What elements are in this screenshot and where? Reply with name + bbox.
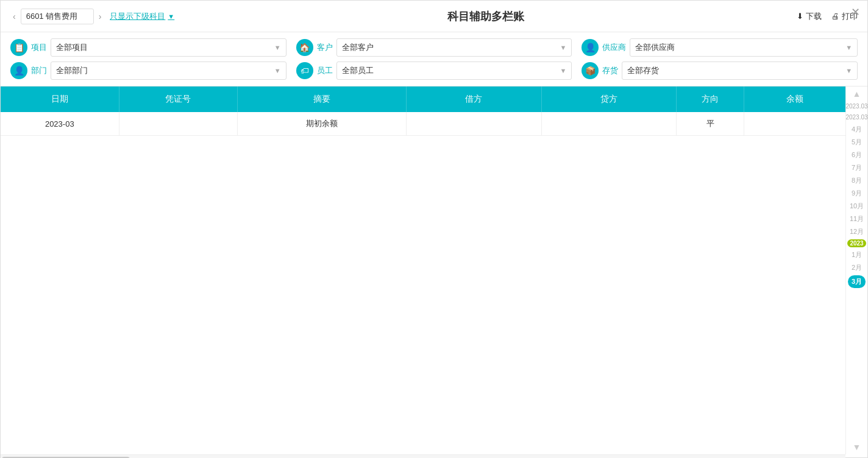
chevron-down-icon: ▼	[168, 13, 174, 20]
chevron-down-icon: ▼	[274, 44, 281, 51]
download-label: 下载	[806, 11, 822, 22]
supplier-value: 全部供应商	[635, 42, 675, 53]
project-icon: 📋	[10, 39, 27, 56]
supplier-label: 供应商	[602, 42, 626, 53]
timeline-item-feb[interactable]: 2月	[846, 261, 867, 274]
cell-desc: 期初余额	[237, 112, 406, 136]
cell-voucher	[119, 112, 237, 136]
col-header-debit: 借方	[406, 86, 541, 112]
timeline-item-nov[interactable]: 11月	[846, 213, 867, 225]
filter-item-inventory: 📦 存货 全部存货 ▼	[582, 62, 858, 80]
inventory-label: 存货	[602, 65, 618, 76]
timeline-item-oct[interactable]: 10月	[846, 200, 867, 213]
timeline-item-header2[interactable]: 2023.03	[845, 112, 867, 123]
project-label: 项目	[31, 42, 47, 53]
inventory-icon: 📦	[582, 62, 599, 79]
toolbar-actions: ⬇ 下载 🖨 打印	[797, 11, 858, 22]
timeline-up-button[interactable]: ▲	[853, 86, 861, 101]
cell-balance	[744, 112, 845, 136]
filter-row-2: 👤 部门 全部部门 ▼ 🏷 员工 全部员工 ▼ 📦 存货 全部存货	[10, 62, 858, 80]
filter-item-employee: 🏷 员工 全部员工 ▼	[296, 62, 572, 80]
timeline-item-july[interactable]: 7月	[846, 161, 867, 174]
timeline-item-mar-active[interactable]: 3月	[848, 275, 866, 288]
chevron-down-icon: ▼	[560, 67, 566, 74]
timeline-item-header1[interactable]: 2023.03	[845, 101, 867, 112]
ledger-table: 日期 凭证号 摘要 借方 贷方 方向 余额 2023-03 期初余额	[1, 86, 845, 136]
filter-item-dept: 👤 部门 全部部门 ▼	[10, 62, 286, 80]
col-header-credit: 贷方	[541, 86, 677, 112]
cell-dir: 平	[677, 112, 744, 136]
timeline-item-june[interactable]: 6月	[846, 149, 867, 161]
col-header-desc: 摘要	[237, 86, 406, 112]
col-header-voucher: 凭证号	[119, 86, 237, 112]
cell-date: 2023-03	[1, 112, 119, 136]
inventory-value: 全部存货	[627, 65, 659, 76]
project-select[interactable]: 全部项目 ▼	[51, 38, 286, 57]
timeline-item-jan[interactable]: 1月	[846, 248, 867, 261]
dept-select[interactable]: 全部部门 ▼	[51, 62, 286, 80]
employee-select[interactable]: 全部员工 ▼	[336, 62, 572, 80]
timeline-item-may[interactable]: 5月	[846, 136, 867, 149]
page-title: 科目辅助多栏账	[174, 9, 797, 24]
timeline-item-aug[interactable]: 8月	[846, 174, 867, 187]
employee-label: 员工	[317, 65, 333, 76]
close-button[interactable]: ✕	[851, 7, 860, 18]
nav-next-button[interactable]: ›	[96, 10, 104, 23]
filter-row-1: 📋 项目 全部项目 ▼ 🏠 客户 全部客户 ▼ 👤 供应商 全部供应	[10, 38, 858, 57]
print-icon: 🖨	[831, 12, 839, 21]
download-icon: ⬇	[797, 12, 803, 21]
dept-value: 全部部门	[56, 65, 88, 76]
toolbar: ‹ 6601 销售费用 › 只显示下级科目 ▼ 科目辅助多栏账 ⬇ 下载 🖨 打…	[1, 1, 867, 32]
inventory-select[interactable]: 全部存货 ▼	[622, 62, 858, 80]
supplier-icon: 👤	[582, 39, 599, 56]
dept-label: 部门	[31, 65, 47, 76]
timeline-down-button[interactable]: ▼	[853, 440, 861, 454]
chevron-down-icon: ▼	[845, 67, 852, 74]
customer-label: 客户	[317, 42, 333, 53]
timeline-item-april[interactable]: 4月	[846, 123, 867, 136]
timeline-item-dec[interactable]: 12月	[846, 225, 867, 238]
col-header-dir: 方向	[677, 86, 744, 112]
nav-prev-button[interactable]: ‹	[10, 10, 18, 23]
timeline-item-sep[interactable]: 9月	[846, 187, 867, 200]
show-sub-filter-label: 只显示下级科目	[110, 11, 165, 22]
employee-icon: 🏷	[296, 62, 313, 79]
chevron-down-icon: ▼	[560, 44, 566, 51]
col-header-date: 日期	[1, 86, 119, 112]
filter-item-supplier: 👤 供应商 全部供应商 ▼	[582, 38, 858, 57]
download-button[interactable]: ⬇ 下载	[797, 11, 822, 22]
employee-value: 全部员工	[342, 65, 374, 76]
supplier-select[interactable]: 全部供应商 ▼	[630, 38, 858, 57]
cell-credit	[541, 112, 677, 136]
timeline-year-badge[interactable]: 2023	[847, 239, 866, 247]
cell-debit	[406, 112, 541, 136]
show-sub-filter-select[interactable]: 只显示下级科目 ▼	[110, 11, 174, 22]
filter-item-project: 📋 项目 全部项目 ▼	[10, 38, 286, 57]
table-row[interactable]: 2023-03 期初余额 平	[1, 112, 845, 136]
chevron-down-icon: ▼	[845, 44, 852, 51]
filter-item-customer: 🏠 客户 全部客户 ▼	[296, 38, 572, 57]
main-window: ✕ ‹ 6601 销售费用 › 只显示下级科目 ▼ 科目辅助多栏账 ⬇ 下载 🖨…	[0, 0, 868, 458]
customer-icon: 🏠	[296, 39, 313, 56]
filter-area: 📋 项目 全部项目 ▼ 🏠 客户 全部客户 ▼ 👤 供应商 全部供应	[1, 32, 867, 86]
customer-value: 全部客户	[342, 42, 374, 53]
dept-icon: 👤	[10, 62, 27, 79]
chevron-down-icon: ▼	[274, 67, 281, 74]
project-value: 全部项目	[56, 42, 88, 53]
account-code-input[interactable]: 6601 销售费用	[21, 9, 94, 24]
customer-select[interactable]: 全部客户 ▼	[336, 38, 572, 57]
col-header-balance: 余额	[744, 86, 845, 112]
